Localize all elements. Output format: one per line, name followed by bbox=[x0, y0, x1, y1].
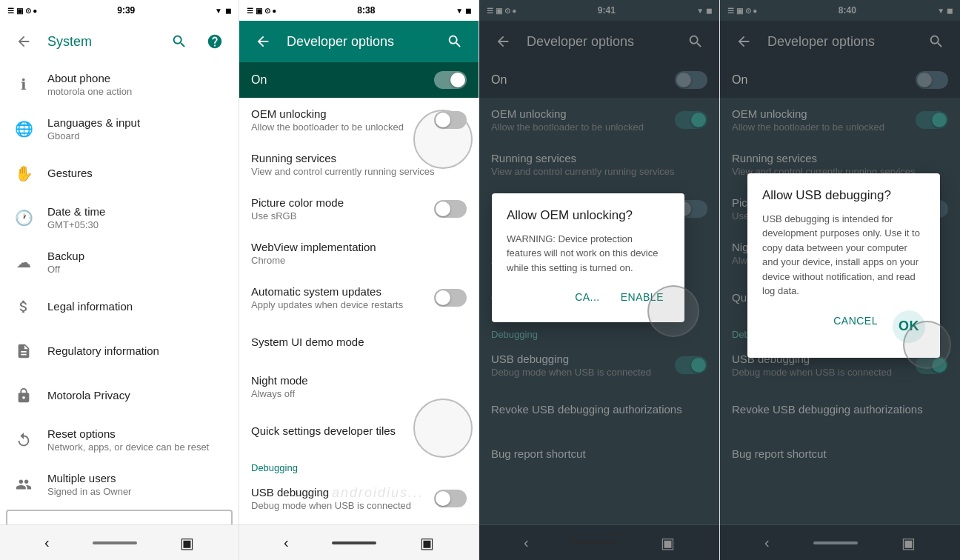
on-label-2: On bbox=[251, 73, 267, 87]
running-subtitle-2: View and control currently running servi… bbox=[251, 166, 467, 177]
usb-subtitle-2: Debug mode when USB is connected bbox=[251, 500, 434, 511]
status-bar-2: ☰ ▣ ⊙ ● 8:38 ▼ ◼ bbox=[239, 0, 479, 21]
usb-dialog-title: Allow USB debugging? bbox=[762, 188, 925, 203]
status-right-2: ▼ ◼ bbox=[456, 7, 471, 15]
regulatory-title: Regulatory information bbox=[47, 344, 227, 357]
webview-title-2: WebView implementation bbox=[251, 241, 467, 253]
usb-toggle-2[interactable] bbox=[434, 490, 467, 507]
panel-system-settings: ☰ ▣ ⊙ ● 9:39 ▼ ◼ System ℹ About phone mo… bbox=[0, 0, 239, 560]
running-services-item-2[interactable]: Running services View and control curren… bbox=[239, 142, 479, 187]
users-subtitle: Signed in as Owner bbox=[47, 486, 227, 497]
back-nav-2[interactable]: ‹ bbox=[284, 534, 289, 551]
on-toggle-thumb-2 bbox=[450, 73, 465, 87]
dialog-overlay-4: Allow USB debugging? USB debugging is in… bbox=[720, 0, 960, 560]
night-subtitle-2: Always off bbox=[251, 388, 467, 399]
status-left-1: ☰ ▣ ⊙ ● bbox=[7, 7, 37, 15]
oem-unlocking-item-2[interactable]: OEM unlocking Allow the bootloader to be… bbox=[239, 98, 479, 142]
languages-icon: 🌐 bbox=[12, 117, 36, 141]
usb-cancel-btn[interactable]: Cancel bbox=[827, 310, 884, 343]
auto-subtitle-2: Apply updates when device restarts bbox=[251, 299, 434, 310]
help-button-1[interactable] bbox=[203, 30, 227, 53]
usb-ok-btn[interactable]: OK bbox=[893, 310, 925, 343]
oem-dialog: Allow OEM unlocking? WARNING: Device pro… bbox=[492, 193, 684, 323]
settings-item-gestures[interactable]: ✋ Gestures bbox=[0, 151, 239, 196]
back-button-1[interactable] bbox=[12, 30, 36, 53]
app-bar-title-2: Developer options bbox=[287, 34, 431, 50]
home-pill-2[interactable] bbox=[332, 541, 376, 544]
back-nav-1[interactable]: ‹ bbox=[44, 534, 50, 551]
night-mode-item-2[interactable]: Night mode Always off bbox=[239, 364, 479, 409]
languages-subtitle: Gboard bbox=[47, 130, 227, 141]
settings-item-backup[interactable]: ☁ Backup Off bbox=[0, 240, 239, 284]
languages-title: Languages & input bbox=[47, 116, 227, 129]
settings-list-1: ℹ About phone motorola one action 🌐 Lang… bbox=[0, 62, 239, 524]
oem-enable-btn[interactable]: Enable bbox=[615, 287, 670, 307]
app-bar-title-1: System bbox=[47, 34, 156, 50]
home-pill-1[interactable] bbox=[93, 541, 137, 544]
usb-dialog-actions: Cancel OK bbox=[762, 310, 925, 343]
qs-tiles-item-2[interactable]: Quick settings developer tiles bbox=[239, 409, 479, 453]
auto-updates-item-2[interactable]: Automatic system updates Apply updates w… bbox=[239, 276, 479, 320]
status-time-2: 8:38 bbox=[357, 5, 375, 16]
legal-title: Legal information bbox=[47, 300, 227, 313]
settings-item-datetime[interactable]: 🕐 Date & time GMT+05:30 bbox=[0, 196, 239, 240]
app-bar-2: Developer options bbox=[239, 21, 479, 62]
panel-developer-options: ☰ ▣ ⊙ ● 8:38 ▼ ◼ Developer options On OE… bbox=[239, 0, 479, 560]
regulatory-icon bbox=[12, 339, 36, 363]
settings-item-developer-options[interactable]: { } Developer options bbox=[6, 510, 233, 524]
on-toggle-2[interactable] bbox=[434, 71, 467, 89]
picture-color-item-2[interactable]: Picture color mode Use sRGB bbox=[239, 187, 479, 231]
app-bar-1: System bbox=[0, 21, 239, 62]
notification-icons-1: ☰ ▣ ⊙ ● bbox=[7, 7, 37, 15]
recents-nav-1[interactable]: ▣ bbox=[180, 534, 194, 552]
usb-dialog-body: USB debugging is intended for developmen… bbox=[762, 212, 925, 299]
gestures-icon: ✋ bbox=[12, 161, 36, 185]
battery-icon-1: ◼ bbox=[225, 7, 231, 15]
settings-item-regulatory[interactable]: Regulatory information bbox=[0, 329, 239, 373]
settings-item-about-phone[interactable]: ℹ About phone motorola one action bbox=[0, 62, 239, 107]
debugging-header-2: Debugging bbox=[239, 453, 479, 476]
search-button-1[interactable] bbox=[167, 30, 191, 53]
running-title-2: Running services bbox=[251, 152, 467, 164]
dev-settings-list-2: OEM unlocking Allow the bootloader to be… bbox=[239, 98, 479, 524]
oem-cancel-btn[interactable]: Ca... bbox=[569, 287, 606, 307]
status-time-1: 9:39 bbox=[117, 5, 135, 16]
settings-item-legal[interactable]: Legal information bbox=[0, 284, 239, 329]
settings-item-reset[interactable]: Reset options Network, apps, or device c… bbox=[0, 418, 239, 462]
picture-title-2: Picture color mode bbox=[251, 196, 434, 209]
webview-item-2[interactable]: WebView implementation Chrome bbox=[239, 231, 479, 276]
status-bar-1: ☰ ▣ ⊙ ● 9:39 ▼ ◼ bbox=[0, 0, 239, 21]
panel-developer-usb-dialog: ☰ ▣ ⊙ ● 8:40 ▼ ◼ Developer options On OE… bbox=[720, 0, 960, 560]
users-icon bbox=[12, 473, 36, 496]
recents-nav-2[interactable]: ▣ bbox=[420, 534, 434, 552]
bottom-nav-2: ‹ ▣ bbox=[239, 524, 479, 560]
settings-item-motorola-privacy[interactable]: Motorola Privacy bbox=[0, 373, 239, 418]
oem-subtitle-2: Allow the bootloader to be unlocked bbox=[251, 121, 434, 133]
system-ui-item-2[interactable]: System UI demo mode bbox=[239, 320, 479, 364]
about-phone-subtitle: motorola one action bbox=[47, 86, 227, 97]
picture-toggle-2[interactable] bbox=[434, 200, 467, 218]
dialog-overlay-3: Allow OEM unlocking? WARNING: Device pro… bbox=[479, 0, 719, 560]
status-left-2: ☰ ▣ ⊙ ● bbox=[247, 7, 276, 15]
system-ui-title-2: System UI demo mode bbox=[251, 336, 467, 348]
oem-dialog-actions: Ca... Enable bbox=[507, 287, 670, 307]
oem-dialog-title: Allow OEM unlocking? bbox=[507, 208, 670, 223]
reset-subtitle: Network, apps, or device can be reset bbox=[47, 441, 227, 453]
on-bar-2: On bbox=[239, 62, 479, 98]
oem-dialog-body: WARNING: Device protection features will… bbox=[507, 232, 670, 276]
usb-dialog: Allow USB debugging? USB debugging is in… bbox=[747, 173, 940, 358]
backup-subtitle: Off bbox=[47, 264, 227, 275]
legal-icon bbox=[12, 295, 36, 319]
webview-subtitle-2: Chrome bbox=[251, 255, 467, 266]
usb-debug-item-2[interactable]: USB debugging Debug mode when USB is con… bbox=[239, 476, 479, 521]
back-button-2[interactable] bbox=[251, 30, 275, 53]
search-button-2[interactable] bbox=[443, 30, 467, 53]
settings-item-multiple-users[interactable]: Multiple users Signed in as Owner bbox=[0, 462, 239, 507]
qs-title-2: Quick settings developer tiles bbox=[251, 424, 467, 437]
wifi-icon-1: ▼ bbox=[215, 7, 222, 15]
oem-toggle-2[interactable] bbox=[434, 111, 467, 129]
picture-subtitle-2: Use sRGB bbox=[251, 210, 434, 221]
auto-toggle-2[interactable] bbox=[434, 289, 467, 307]
usb-title-2: USB debugging bbox=[251, 486, 434, 499]
settings-item-languages[interactable]: 🌐 Languages & input Gboard bbox=[0, 107, 239, 151]
